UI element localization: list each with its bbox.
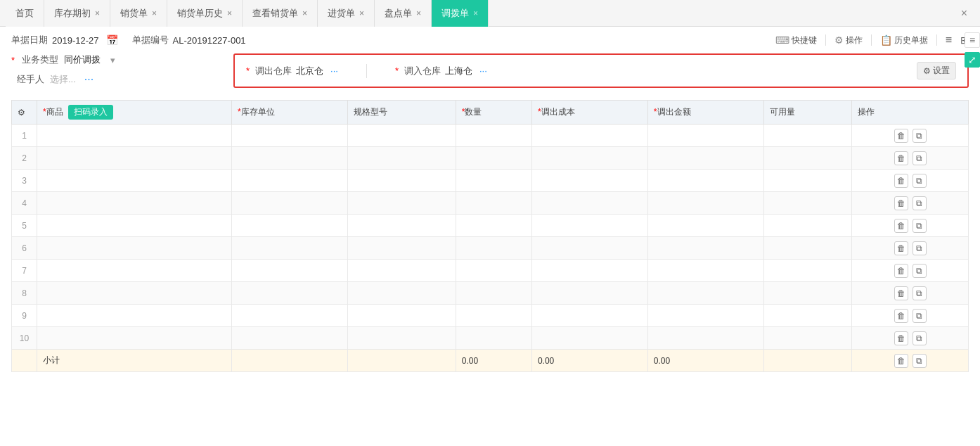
- row-unit-1[interactable]: [232, 125, 348, 147]
- tab-inventory-check[interactable]: 盘点单 ×: [375, 0, 432, 27]
- row-spec-6[interactable]: [347, 237, 456, 260]
- settings-button[interactable]: ⚙ 设置: [917, 62, 956, 79]
- row-cost-3[interactable]: [531, 170, 647, 192]
- row-amount-5[interactable]: [647, 215, 763, 237]
- tab-sales-history[interactable]: 销货单历史 ×: [167, 0, 243, 27]
- row-product-5[interactable]: [37, 215, 232, 237]
- row-unit-8[interactable]: [232, 282, 348, 305]
- row-amount-2[interactable]: [647, 147, 763, 170]
- row-copy-6[interactable]: ⧉: [913, 241, 927, 255]
- row-product-8[interactable]: [37, 282, 232, 305]
- row-spec-2[interactable]: [347, 147, 456, 170]
- row-available-2[interactable]: [763, 147, 851, 170]
- row-amount-7[interactable]: [647, 260, 763, 282]
- row-amount-6[interactable]: [647, 237, 763, 260]
- row-spec-4[interactable]: [347, 192, 456, 215]
- row-unit-6[interactable]: [232, 237, 348, 260]
- row-delete-3[interactable]: 🗑: [894, 174, 908, 188]
- tab-sales-order-close[interactable]: ×: [152, 8, 157, 18]
- row-copy-7[interactable]: ⧉: [913, 264, 927, 278]
- col-gear[interactable]: ⚙: [12, 101, 37, 125]
- row-quantity-4[interactable]: [456, 192, 531, 215]
- row-delete-5[interactable]: 🗑: [894, 219, 908, 233]
- row-copy-2[interactable]: ⧉: [913, 151, 927, 165]
- shortcuts-button[interactable]: ⌨ 快捷键: [775, 34, 817, 46]
- tab-purchase-order[interactable]: 进货单 ×: [318, 0, 375, 27]
- warehouse-out-more[interactable]: ···: [330, 65, 338, 76]
- row-product-7[interactable]: [37, 260, 232, 282]
- tab-transfer-order[interactable]: 调拨单 ×: [432, 0, 489, 27]
- row-copy-10[interactable]: ⧉: [913, 331, 927, 345]
- row-product-6[interactable]: [37, 237, 232, 260]
- tab-inventory-init[interactable]: 库存期初 ×: [44, 0, 110, 27]
- row-delete-9[interactable]: 🗑: [894, 309, 908, 323]
- tab-view-sales-close[interactable]: ×: [302, 8, 307, 18]
- row-available-9[interactable]: [763, 305, 851, 327]
- tab-view-sales[interactable]: 查看销货单 ×: [243, 0, 318, 27]
- row-unit-7[interactable]: [232, 260, 348, 282]
- row-amount-8[interactable]: [647, 282, 763, 305]
- row-quantity-2[interactable]: [456, 147, 531, 170]
- row-unit-4[interactable]: [232, 192, 348, 215]
- business-type-dropdown[interactable]: ▾: [110, 55, 115, 65]
- row-product-10[interactable]: [37, 327, 232, 350]
- row-quantity-1[interactable]: [456, 125, 531, 147]
- row-copy-1[interactable]: ⧉: [913, 129, 927, 143]
- row-delete-4[interactable]: 🗑: [894, 196, 908, 210]
- row-cost-6[interactable]: [531, 237, 647, 260]
- row-quantity-8[interactable]: [456, 282, 531, 305]
- tab-purchase-order-close[interactable]: ×: [359, 8, 364, 18]
- row-amount-1[interactable]: [647, 125, 763, 147]
- row-available-6[interactable]: [763, 237, 851, 260]
- row-quantity-10[interactable]: [456, 327, 531, 350]
- row-available-3[interactable]: [763, 170, 851, 192]
- row-quantity-9[interactable]: [456, 305, 531, 327]
- subtotal-delete-icon[interactable]: 🗑: [894, 354, 908, 368]
- row-delete-2[interactable]: 🗑: [894, 151, 908, 165]
- row-quantity-6[interactable]: [456, 237, 531, 260]
- row-spec-3[interactable]: [347, 170, 456, 192]
- row-quantity-5[interactable]: [456, 215, 531, 237]
- tab-sales-history-close[interactable]: ×: [227, 8, 232, 18]
- row-cost-1[interactable]: [531, 125, 647, 147]
- history-button[interactable]: 📋 历史单据: [880, 34, 928, 46]
- row-product-9[interactable]: [37, 305, 232, 327]
- row-spec-5[interactable]: [347, 215, 456, 237]
- tab-sales-order[interactable]: 销货单 ×: [110, 0, 167, 27]
- row-quantity-3[interactable]: [456, 170, 531, 192]
- row-copy-3[interactable]: ⧉: [913, 174, 927, 188]
- row-cost-8[interactable]: [531, 282, 647, 305]
- row-available-5[interactable]: [763, 215, 851, 237]
- row-available-1[interactable]: [763, 125, 851, 147]
- row-spec-1[interactable]: [347, 125, 456, 147]
- row-spec-8[interactable]: [347, 282, 456, 305]
- row-delete-8[interactable]: 🗑: [894, 286, 908, 300]
- row-amount-3[interactable]: [647, 170, 763, 192]
- row-cost-2[interactable]: [531, 147, 647, 170]
- tab-inventory-init-close[interactable]: ×: [95, 8, 100, 18]
- row-product-4[interactable]: [37, 192, 232, 215]
- row-copy-8[interactable]: ⧉: [913, 286, 927, 300]
- tab-home[interactable]: 首页: [6, 0, 44, 27]
- row-cost-5[interactable]: [531, 215, 647, 237]
- row-unit-9[interactable]: [232, 305, 348, 327]
- row-delete-10[interactable]: 🗑: [894, 331, 908, 345]
- handler-select[interactable]: 选择...: [50, 73, 76, 86]
- row-copy-9[interactable]: ⧉: [913, 309, 927, 323]
- row-cost-7[interactable]: [531, 260, 647, 282]
- row-cost-9[interactable]: [531, 305, 647, 327]
- scan-button[interactable]: 扫码录入: [68, 105, 113, 120]
- row-delete-7[interactable]: 🗑: [894, 264, 908, 278]
- row-cost-10[interactable]: [531, 327, 647, 350]
- tab-inventory-check-close[interactable]: ×: [416, 8, 421, 18]
- row-quantity-7[interactable]: [456, 260, 531, 282]
- operations-button[interactable]: ⚙ 操作: [834, 34, 863, 46]
- row-copy-4[interactable]: ⧉: [913, 196, 927, 210]
- warehouse-in-more[interactable]: ···: [479, 65, 487, 76]
- tab-transfer-order-close[interactable]: ×: [473, 8, 478, 18]
- row-amount-4[interactable]: [647, 192, 763, 215]
- row-delete-6[interactable]: 🗑: [894, 241, 908, 255]
- row-available-8[interactable]: [763, 282, 851, 305]
- row-unit-2[interactable]: [232, 147, 348, 170]
- row-product-1[interactable]: [37, 125, 232, 147]
